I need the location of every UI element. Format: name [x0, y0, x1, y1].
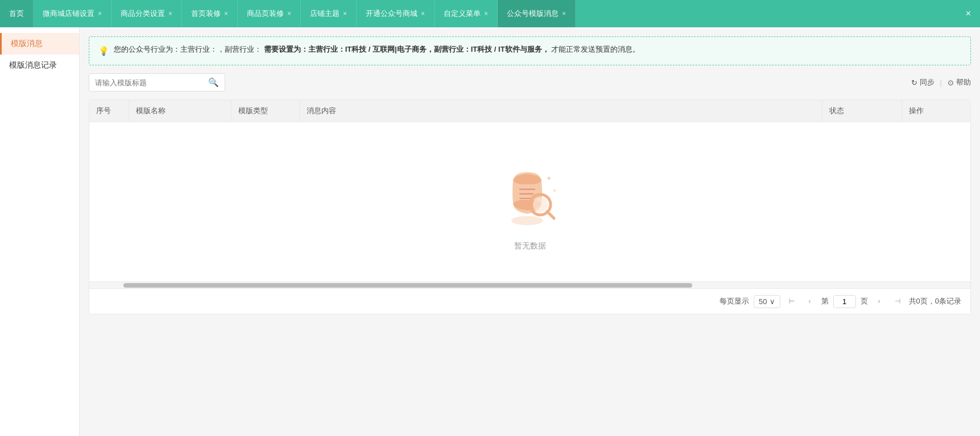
nav-tab-store-settings[interactable]: 微商城店铺设置 × — [34, 0, 111, 27]
action-divider: | — [940, 78, 942, 87]
page-size-value: 50 — [759, 297, 767, 306]
nav-tab-home[interactable]: 首页 — [0, 0, 34, 27]
help-button[interactable]: ⊙ 帮助 — [948, 77, 971, 88]
svg-line-6 — [547, 211, 554, 218]
nav-tab-category-settings-close[interactable]: × — [168, 10, 172, 18]
empty-icon: ✦ ✦ — [496, 164, 564, 232]
nav-tab-product-decor-label: 商品页装修 — [247, 9, 284, 19]
page-size-select[interactable]: 50 ∨ — [754, 295, 780, 308]
sidebar: 模版消息 模版消息记录 — [0, 27, 80, 436]
notice-highlight: 需要设置为：主营行业：IT科技 / 互联网|电子商务，副营行业：IT科技 / I… — [264, 45, 549, 53]
top-nav: 首页 微商城店铺设置 × 商品分类设置 × 首页装修 × 商品页装修 × 店铺主… — [0, 0, 980, 27]
page-input[interactable] — [833, 295, 856, 308]
nav-tab-template-msg-label: 公众号模版消息 — [507, 9, 559, 19]
total-info: 共0页，0条记录 — [909, 296, 961, 306]
page-prev-button[interactable]: ‹ — [803, 294, 817, 308]
svg-point-5 — [533, 197, 548, 212]
nav-tab-category-settings[interactable]: 商品分类设置 × — [111, 0, 182, 27]
search-button[interactable]: 🔍 — [202, 74, 225, 91]
pagination-row: 每页显示 50 ∨ ⊢ ‹ 第 页 › ⊣ 共0页，0条记录 — [89, 288, 970, 314]
sync-button[interactable]: ↻ 同步 — [911, 77, 934, 88]
nav-tab-homepage-decor-label: 首页装修 — [191, 9, 221, 19]
table-wrap: 序号 模版名称 模版类型 消息内容 状态 操作 — [89, 99, 971, 314]
nav-tab-open-store[interactable]: 开通公众号商城 × — [357, 0, 435, 27]
search-input-wrap: 🔍 — [89, 73, 225, 92]
nav-tab-product-decor-close[interactable]: × — [287, 10, 291, 18]
nav-tab-template-msg[interactable]: 公众号模版消息 × — [498, 0, 576, 27]
nav-tab-store-theme-close[interactable]: × — [343, 10, 347, 18]
nav-tab-template-msg-close[interactable]: × — [562, 10, 566, 18]
sync-icon: ↻ — [911, 78, 917, 87]
page-size-label: 每页显示 — [720, 296, 749, 306]
th-name: 模版名称 — [129, 100, 231, 122]
page-size-chevron-icon: ∨ — [770, 297, 775, 306]
empty-state: ✦ ✦ 暂无数据 — [89, 122, 970, 281]
scrollbar-area[interactable] — [89, 281, 970, 288]
scrollbar-thumb[interactable] — [123, 283, 692, 288]
sidebar-item-template-msg[interactable]: 模版消息 — [0, 33, 79, 55]
nav-tab-custom-menu-label: 自定义菜单 — [444, 9, 481, 19]
search-input[interactable] — [89, 75, 202, 90]
help-icon: ⊙ — [948, 78, 954, 87]
nav-tab-home-label: 首页 — [9, 9, 24, 19]
nav-tab-store-theme[interactable]: 店铺主题 × — [301, 0, 357, 27]
nav-tab-store-settings-close[interactable]: × — [98, 10, 102, 18]
table-header: 序号 模版名称 模版类型 消息内容 状态 操作 — [89, 100, 970, 122]
nav-tab-open-store-close[interactable]: × — [421, 10, 425, 18]
page-next-button[interactable]: › — [873, 294, 886, 308]
sidebar-item-template-msg-record[interactable]: 模版消息记录 — [0, 55, 79, 76]
th-status: 状态 — [822, 100, 902, 122]
search-row: 🔍 ↻ 同步 | ⊙ 帮助 — [89, 73, 971, 92]
th-action: 操作 — [902, 100, 970, 122]
notice-icon: 💡 — [98, 44, 109, 58]
nav-tab-store-theme-label: 店铺主题 — [310, 9, 340, 19]
empty-text: 暂无数据 — [514, 241, 546, 251]
nav-tab-store-settings-label: 微商城店铺设置 — [43, 9, 94, 19]
page-last-button[interactable]: ⊣ — [891, 294, 904, 308]
main-layout: 模版消息 模版消息记录 💡 您的公众号行业为：主营行业：，副营行业： 需要设置为… — [0, 27, 980, 436]
nav-close-all-button[interactable]: × — [957, 0, 980, 27]
current-page-prefix: 第 — [821, 296, 829, 306]
svg-point-0 — [511, 216, 543, 225]
svg-text:✦: ✦ — [546, 175, 552, 182]
th-index: 序号 — [89, 100, 129, 122]
right-actions: ↻ 同步 | ⊙ 帮助 — [911, 77, 971, 88]
nav-tab-homepage-decor-close[interactable]: × — [224, 10, 228, 18]
close-all-icon: × — [966, 9, 971, 19]
search-icon: 🔍 — [208, 77, 219, 87]
notice-box: 💡 您的公众号行业为：主营行业：，副营行业： 需要设置为：主营行业：IT科技 /… — [89, 36, 971, 65]
current-page-suffix: 页 — [861, 296, 868, 306]
nav-tab-custom-menu[interactable]: 自定义菜单 × — [435, 0, 498, 27]
content-area: 💡 您的公众号行业为：主营行业：，副营行业： 需要设置为：主营行业：IT科技 /… — [80, 27, 980, 436]
th-type: 模版类型 — [231, 100, 300, 122]
nav-tab-product-decor[interactable]: 商品页装修 × — [238, 0, 301, 27]
page-first-button[interactable]: ⊢ — [785, 294, 799, 308]
nav-tab-open-store-label: 开通公众号商城 — [366, 9, 417, 19]
nav-tab-category-settings-label: 商品分类设置 — [121, 9, 165, 19]
th-content: 消息内容 — [300, 100, 822, 122]
notice-text: 您的公众号行业为：主营行业：，副营行业： 需要设置为：主营行业：IT科技 / 互… — [114, 44, 640, 56]
nav-tab-custom-menu-close[interactable]: × — [484, 10, 488, 18]
nav-tab-homepage-decor[interactable]: 首页装修 × — [182, 0, 238, 27]
svg-text:✦: ✦ — [553, 188, 557, 193]
